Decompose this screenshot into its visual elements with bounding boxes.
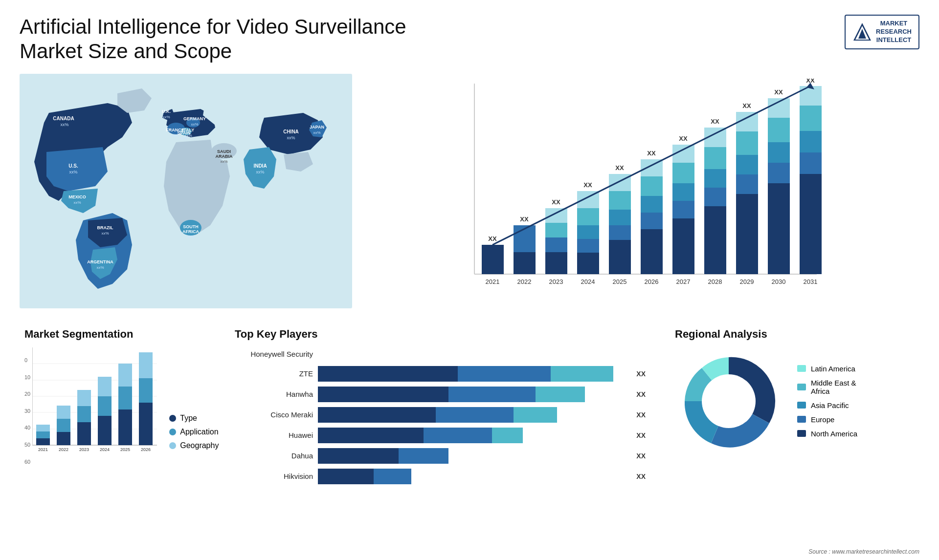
player-bar-huawei — [318, 428, 628, 443]
logo-icon — [852, 22, 872, 42]
svg-text:xx%: xx% — [220, 159, 227, 164]
logo-text: MARKETRESEARCHINTELLECT — [876, 20, 912, 44]
bar-seg1-hikvision — [318, 469, 374, 484]
bar-chart-section: XX 2021 XX 2022 — [362, 74, 919, 308]
legend-na-color — [797, 430, 806, 437]
player-bar-honeywell — [318, 347, 638, 361]
player-bar-cisco — [318, 407, 628, 423]
legend-type-label: Type — [180, 414, 197, 423]
svg-text:BRAZIL: BRAZIL — [97, 225, 113, 230]
svg-rect-103 — [736, 194, 758, 274]
svg-text:2025: 2025 — [613, 278, 627, 285]
svg-text:ARABIA: ARABIA — [216, 154, 233, 159]
svg-text:xx%: xx% — [256, 170, 264, 174]
legend-apac-label: Asia Pacific — [811, 401, 849, 409]
svg-rect-94 — [704, 169, 726, 188]
legend-europe-label: Europe — [811, 415, 834, 424]
svg-rect-75 — [609, 240, 631, 274]
player-name-cisco: Cisco Meraki — [235, 410, 313, 419]
seg-chart-inner: 60 50 40 30 20 10 0 — [24, 347, 159, 465]
svg-rect-100 — [736, 131, 758, 155]
svg-text:2025: 2025 — [120, 447, 130, 452]
svg-rect-116 — [800, 152, 822, 174]
svg-text:2028: 2028 — [708, 278, 722, 285]
regional-legend: Latin America Middle East &Africa Asia P… — [797, 365, 857, 438]
svg-text:xx%: xx% — [101, 231, 109, 236]
svg-rect-73 — [609, 210, 631, 225]
seg-legend: Type Application Geography — [169, 414, 219, 465]
player-row-hanwha: Hanwha XX — [235, 387, 646, 402]
svg-rect-66 — [577, 225, 599, 239]
svg-rect-60 — [545, 237, 567, 252]
svg-rect-108 — [768, 142, 790, 163]
svg-rect-67 — [577, 239, 599, 253]
donut-chart — [675, 347, 782, 455]
players-title: Top Key Players — [235, 328, 646, 341]
svg-text:XX: XX — [647, 150, 656, 157]
growth-bar-chart: XX 2021 XX 2022 — [372, 79, 910, 303]
svg-rect-68 — [577, 253, 599, 274]
svg-rect-93 — [704, 147, 726, 169]
legend-latin-america-color — [797, 365, 806, 372]
legend-application: Application — [169, 428, 219, 436]
svg-rect-96 — [704, 206, 726, 274]
svg-rect-134 — [57, 432, 70, 445]
player-name-dahua: Dahua — [235, 452, 313, 460]
page-container: Artificial Intelligence for Video Survei… — [0, 0, 939, 560]
svg-rect-88 — [672, 201, 694, 218]
svg-rect-151 — [139, 378, 153, 403]
svg-rect-117 — [800, 174, 822, 274]
svg-rect-53 — [514, 252, 536, 274]
svg-text:XX: XX — [520, 215, 529, 223]
player-row-hikvision: Hikvision XX — [235, 469, 646, 484]
player-row-huawei: Huawei XX — [235, 428, 646, 443]
svg-rect-61 — [545, 252, 567, 274]
svg-rect-101 — [736, 155, 758, 174]
player-row-zte: ZTE XX — [235, 366, 646, 382]
svg-text:U.K.: U.K. — [162, 109, 171, 114]
svg-rect-135 — [57, 419, 70, 432]
legend-application-dot — [169, 429, 176, 435]
svg-rect-79 — [641, 176, 663, 196]
svg-text:xx%: xx% — [69, 170, 77, 174]
svg-rect-146 — [118, 409, 132, 445]
svg-rect-109 — [768, 163, 790, 183]
segmentation-content: 60 50 40 30 20 10 0 — [24, 347, 210, 465]
bar-seg1-dahua — [318, 448, 399, 464]
svg-rect-95 — [704, 188, 726, 206]
svg-text:2031: 2031 — [804, 278, 818, 285]
svg-text:XX: XX — [552, 198, 560, 206]
bar-seg1-huawei — [318, 428, 424, 443]
svg-text:2026: 2026 — [141, 447, 151, 452]
player-bar-hanwha — [318, 387, 628, 402]
regional-title: Regional Analysis — [675, 328, 910, 341]
svg-rect-102 — [736, 174, 758, 194]
segmentation-title: Market Segmentation — [24, 328, 210, 341]
player-name-zte: ZTE — [235, 369, 313, 378]
svg-rect-87 — [672, 183, 694, 201]
svg-rect-136 — [57, 406, 70, 419]
legend-mea-label: Middle East &Africa — [811, 379, 856, 395]
svg-rect-130 — [36, 438, 50, 445]
svg-text:xx%: xx% — [184, 133, 192, 138]
svg-text:xx%: xx% — [162, 115, 170, 119]
legend-europe-color — [797, 416, 806, 423]
svg-text:INDIA: INDIA — [253, 163, 267, 169]
svg-text:XX: XX — [615, 164, 624, 172]
bar-seg2-hanwha — [448, 387, 536, 402]
svg-text:xx%: xx% — [73, 200, 81, 205]
bar-seg3-cisco — [514, 407, 557, 423]
legend-geography-label: Geography — [180, 441, 219, 450]
svg-text:XX: XX — [583, 181, 592, 189]
svg-rect-115 — [800, 131, 822, 152]
svg-rect-142 — [98, 416, 112, 445]
logo: MARKETRESEARCHINTELLECT — [845, 15, 919, 49]
svg-text:xx%: xx% — [287, 135, 295, 140]
legend-type-dot — [169, 415, 176, 422]
svg-text:SAUDI: SAUDI — [217, 149, 231, 154]
svg-rect-86 — [672, 163, 694, 183]
svg-rect-143 — [98, 396, 112, 416]
svg-point-154 — [702, 374, 756, 428]
players-section: Top Key Players Honeywell Security ZTE — [225, 323, 655, 494]
bar-seg1-cisco — [318, 407, 436, 423]
